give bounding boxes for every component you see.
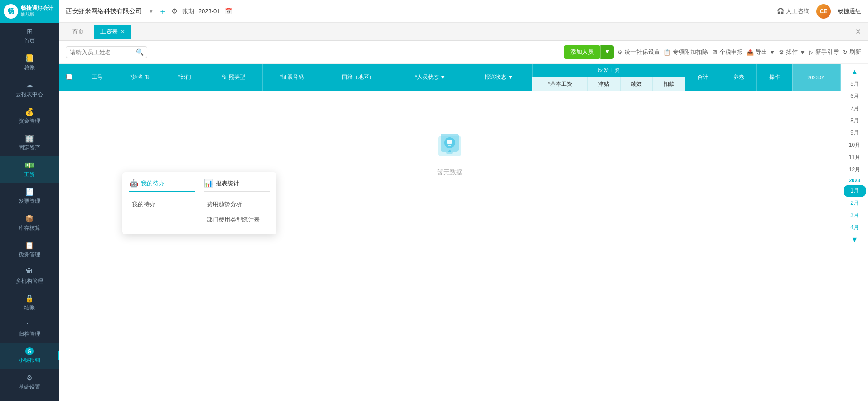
th-deduction: 扣款 (653, 77, 685, 91)
sidebar-item-cloud-reports[interactable]: ☁ 云报表中心 (0, 76, 59, 103)
popup-item-dept-cost[interactable]: 部门费用类型统计表 (204, 212, 270, 227)
th-personnel-status: *人员状态 ▼ (395, 64, 466, 91)
tab-payroll-label: 工资表 (100, 28, 118, 36)
settings-button[interactable]: ⚙ (171, 7, 178, 15)
new-guide-icon: ▷ (809, 49, 814, 56)
popup-header-reports: 📊 报表统计 (204, 179, 270, 192)
archive-icon: 🗂 (26, 321, 33, 329)
refresh-label: 刷新 (849, 48, 861, 56)
tab-payroll[interactable]: 工资表 ✕ (94, 25, 131, 39)
select-all-checkbox[interactable] (66, 74, 72, 80)
timeline-month-12[interactable]: 12月 (844, 164, 866, 176)
sidebar-item-tax[interactable]: 📋 税务管理 (0, 237, 59, 263)
payroll-icon: 💵 (25, 161, 34, 169)
social-security-button[interactable]: ⚙ 统一社保设置 (617, 48, 660, 56)
sidebar-item-multi-org[interactable]: 🏛 多机构管理 (0, 263, 59, 290)
sidebar-item-label: 结账 (24, 304, 35, 312)
search-input[interactable] (70, 49, 133, 56)
search-icon[interactable]: 🔍 (136, 48, 144, 56)
timeline-month-feb[interactable]: 2月 (844, 197, 866, 209)
popup-col-pending: 🤖 我的待办 我的待办 (129, 179, 195, 227)
sidebar-item-payroll[interactable]: 💵 工资 (0, 156, 59, 183)
period-value: 2023-01 (199, 8, 220, 14)
timeline-month-11[interactable]: 11月 (844, 151, 866, 164)
sidebar-item-label: 总账 (24, 64, 35, 72)
refresh-button[interactable]: ↻ 刷新 (843, 48, 861, 56)
sidebar-nav: ⊞ 首页 📒 总账 ☁ 云报表中心 💰 资金管理 🏢 固定资产 💵 工资 🧾 发… (0, 23, 59, 401)
timeline-month-6[interactable]: 6月 (844, 90, 866, 102)
service-label: 人工咨询 (786, 7, 810, 15)
headset-icon: 🎧 (777, 8, 784, 14)
new-guide-button[interactable]: ▷ 新手引导 (809, 48, 839, 56)
service-button[interactable]: 🎧 人工咨询 (777, 7, 810, 15)
tab-close-icon[interactable]: ✕ (121, 29, 125, 35)
social-security-label: 统一社保设置 (625, 48, 660, 56)
tax-icon: 📋 (25, 241, 34, 250)
home-icon: ⊞ (27, 27, 33, 36)
timeline-month-apr[interactable]: 4月 (844, 222, 866, 234)
xiaochang-icon: G (25, 347, 34, 355)
sidebar-item-general-ledger[interactable]: 📒 总账 (0, 49, 59, 76)
th-nationality: 国籍（地区） (321, 64, 395, 91)
timeline-current-year: 2023 (848, 176, 861, 185)
timeline-month-10[interactable]: 10月 (844, 139, 866, 151)
sidebar-item-label: 归档管理 (19, 330, 40, 338)
app-name: 畅捷通好会计 (21, 5, 53, 11)
popup-section: 🤖 我的待办 我的待办 📊 报表统计 费用趋势分析 部门费用类型统计表 (129, 179, 270, 227)
sidebar-item-inventory[interactable]: 📦 库存核算 (0, 210, 59, 237)
timeline-month-5[interactable]: 5月 (844, 78, 866, 90)
sidebar-item-invoice[interactable]: 🧾 发票管理 (0, 183, 59, 210)
operations-button[interactable]: ⚙ 操作 ▼ (779, 48, 805, 56)
top-bar-right: 🎧 人工咨询 CE 畅捷通组 (777, 4, 861, 19)
operations-dropdown-icon: ▼ (800, 49, 805, 56)
sidebar-item-label: 工资 (24, 171, 35, 179)
sidebar-item-closing[interactable]: 🔒 结账 (0, 290, 59, 316)
dropdown-popup: 🤖 我的待办 我的待办 📊 报表统计 费用趋势分析 部门费用类型统计表 (122, 172, 276, 234)
sidebar-item-basic-settings[interactable]: ⚙ 基础设置 (0, 369, 59, 396)
timeline-month-7[interactable]: 7月 (844, 102, 866, 115)
tab-bar: 首页 工资表 ✕ ✕ (59, 23, 868, 41)
period-label: 账期 (182, 7, 194, 15)
sidebar-item-label: 固定资产 (19, 144, 40, 152)
sidebar-item-new-guide[interactable]: ▷ 新手引导 (0, 396, 59, 401)
timeline-month-jan[interactable]: 1月 (844, 185, 866, 197)
sidebar-item-fixed-assets[interactable]: 🏢 固定资产 (0, 130, 59, 156)
add-company-button[interactable]: ＋ (159, 6, 167, 17)
popup-item-my-pending[interactable]: 我的待办 (129, 197, 195, 212)
sidebar-item-label: 资金管理 (19, 117, 40, 125)
sidebar-item-funds[interactable]: 💰 资金管理 (0, 103, 59, 130)
sidebar-item-xiaochang[interactable]: G 小畅报销 (0, 343, 59, 369)
th-operations: 操作 (756, 64, 792, 91)
personal-tax-button[interactable]: 🖥 个税申报 (712, 48, 743, 56)
sidebar-item-home[interactable]: ⊞ 首页 (0, 23, 59, 49)
company-dropdown-icon[interactable]: ▼ (148, 8, 154, 14)
settings-icon: ⚙ (26, 373, 33, 382)
th-pension: 养老 (721, 64, 756, 91)
timeline-nav-down[interactable]: ▼ (849, 234, 860, 246)
close-all-tabs-button[interactable]: ✕ (855, 28, 861, 36)
closing-icon: 🔒 (25, 294, 34, 303)
timeline-sidebar: ▲ 5月 6月 7月 8月 9月 10月 11月 12月 2023 1月 2月 … (841, 64, 868, 401)
timeline-month-9[interactable]: 9月 (844, 127, 866, 139)
social-security-icon: ⚙ (617, 49, 623, 56)
popup-item-cost-trend[interactable]: 费用趋势分析 (204, 197, 270, 212)
cloud-icon: ☁ (26, 81, 33, 89)
special-deduction-button[interactable]: 📋 专项附加扣除 (664, 48, 708, 56)
operations-label: 操作 (786, 48, 798, 56)
tab-home[interactable]: 首页 (66, 25, 90, 39)
empty-state-text: 暂无数据 (437, 169, 462, 177)
svg-rect-3 (447, 140, 452, 144)
search-box: 🔍 (66, 46, 147, 58)
app-sub: 旗舰版 (21, 11, 53, 18)
multi-org-icon: 🏛 (26, 268, 33, 276)
calendar-icon[interactable]: 📅 (225, 8, 232, 14)
user-name: 畅捷通组 (838, 7, 861, 15)
export-button[interactable]: 📤 导出 ▼ (747, 48, 775, 56)
add-person-button[interactable]: 添加人员 (564, 45, 600, 59)
timeline-nav-up[interactable]: ▲ (849, 66, 860, 78)
th-checkbox[interactable] (59, 64, 79, 91)
sidebar-item-archive[interactable]: 🗂 归档管理 (0, 316, 59, 343)
timeline-month-mar[interactable]: 3月 (844, 209, 866, 222)
add-person-dropdown[interactable]: ▼ (600, 45, 614, 59)
timeline-month-8[interactable]: 8月 (844, 115, 866, 127)
